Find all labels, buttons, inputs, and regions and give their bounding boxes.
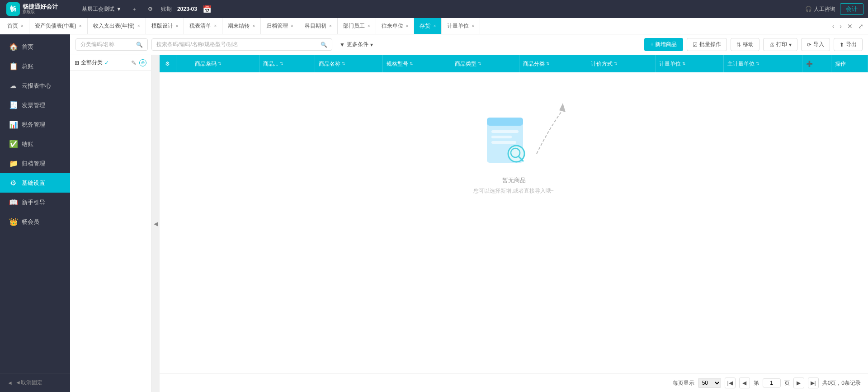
table-header-12: 操作 — [831, 55, 868, 72]
svg-rect-4 — [491, 136, 512, 138]
per-page-select[interactable]: 2050100 — [698, 378, 721, 388]
tab-close-all-button[interactable]: ✕ — [844, 23, 855, 30]
print-button[interactable]: 🖨 打印 ▾ — [763, 38, 797, 51]
ledger-icon: 📋 — [9, 62, 17, 71]
table-header-10[interactable]: 主计量单位⇅ — [723, 55, 802, 72]
table-header-0: ⚙ — [160, 55, 176, 72]
import-button[interactable]: ⟳ 导入 — [801, 38, 830, 51]
sidebar-item-ledger[interactable]: 📋总账 — [0, 57, 70, 76]
category-edit-icon[interactable]: ✎ — [131, 59, 137, 66]
tab-item----------[interactable]: 收入支出表(年报)× — [88, 18, 146, 34]
next-page-button[interactable]: ▶ — [793, 378, 804, 388]
pagination-bar: 每页显示 2050100 |◀ ◀ 第 页 ▶ ▶| 共0页，0条记录 — [160, 373, 868, 392]
data-table: ⚙商品条码⇅商品...⇅商品名称⇅规格型号⇅商品类型⇅商品分类⇅计价方式⇅计量单… — [160, 55, 868, 72]
sidebar-item-reports[interactable]: ☁云报表中心 — [0, 76, 70, 95]
category-header: ⊞ 全部分类 ✓ ✎ ⊕ — [70, 55, 151, 71]
tab-expand-button[interactable]: ⤢ — [855, 23, 866, 30]
account-button[interactable]: 会计 — [840, 3, 863, 15]
category-actions: ✎ ⊕ — [131, 59, 146, 66]
sidebar-item-settings[interactable]: ⚙基础设置 — [0, 173, 70, 193]
table-header-3[interactable]: 商品...⇅ — [259, 55, 315, 72]
cancel-pin-label: ◄取消固定 — [15, 379, 42, 387]
sidebar-label-reports: 云报表中心 — [22, 82, 51, 90]
tab-close-icon[interactable]: × — [406, 24, 409, 28]
calendar-icon[interactable]: 📅 — [203, 5, 212, 14]
cancel-pin-button[interactable]: ◄ ◄取消固定 — [0, 373, 70, 392]
prev-page-button[interactable]: ◀ — [739, 378, 750, 388]
tab-next-button[interactable]: › — [837, 23, 844, 30]
tab-item-----[interactable]: 期末结转× — [222, 18, 261, 34]
human-service-button[interactable]: 🎧 人工咨询 — [805, 5, 835, 13]
all-category-button[interactable]: ⊞ 全部分类 ✓ — [75, 59, 109, 66]
home-icon: 🏠 — [9, 43, 17, 51]
sidebar-item-home[interactable]: 🏠首页 — [0, 37, 70, 57]
tab-close-icon[interactable]: × — [433, 24, 436, 28]
search-icon: 🔍 — [136, 42, 143, 48]
settle-icon: ✅ — [9, 140, 17, 148]
tab-bar: 首页×资产负债表(中期)×收入支出表(年报)×模版设计×税表清单×期末结转×归档… — [0, 18, 868, 34]
sidebar-item-archive[interactable]: 📁归档管理 — [0, 154, 70, 173]
tab-close-icon[interactable]: × — [214, 24, 217, 28]
tab-item---[interactable]: 首页× — [2, 18, 29, 34]
table-header-2[interactable]: 商品条码⇅ — [191, 55, 259, 72]
table-header-6[interactable]: 商品类型⇅ — [451, 55, 519, 72]
page-end-label: 页 — [784, 379, 790, 387]
add-tab-button[interactable]: ＋ — [129, 5, 140, 14]
tab-close-icon[interactable]: × — [176, 24, 179, 28]
tab-close-icon[interactable]: × — [79, 24, 82, 28]
table-header-9[interactable]: 计量单位⇅ — [656, 55, 724, 72]
tab-close-icon[interactable]: × — [252, 24, 255, 28]
batch-op-button[interactable]: ☑ 批量操作 — [687, 38, 727, 51]
print-dropdown-icon: ▾ — [789, 42, 792, 48]
tab-item-----[interactable]: 税表清单× — [184, 18, 222, 34]
tab-close-icon[interactable]: × — [368, 24, 370, 28]
page-input[interactable] — [763, 378, 781, 387]
search-bar: 分类编码/名称 🔍 搜索条码/编码/名称/规格型号/别名 🔍 ▼ 更多条件 ▾ … — [70, 34, 868, 55]
move-button[interactable]: ⇅ 移动 — [731, 38, 760, 51]
sort-icon-10: ⇅ — [756, 61, 760, 66]
tab-item----------[interactable]: 资产负债表(中期)× — [29, 18, 88, 34]
tab-item-----[interactable]: 往来单位× — [376, 18, 415, 34]
table-header-7[interactable]: 商品分类⇅ — [519, 55, 587, 72]
collapse-panel-button[interactable]: ◀ — [151, 55, 160, 392]
tab-close-icon[interactable]: × — [137, 24, 140, 28]
category-settings-icon[interactable]: ⊕ — [139, 59, 146, 66]
tab-item-----[interactable]: 模版设计× — [146, 18, 184, 34]
main-search-box[interactable]: 搜索条码/编码/名称/规格型号/别名 🔍 — [151, 38, 332, 51]
sidebar-item-tax[interactable]: 📊税务管理 — [0, 115, 70, 134]
category-search-box[interactable]: 分类编码/名称 🔍 — [75, 38, 148, 51]
sort-icon-9: ⇅ — [682, 61, 686, 66]
export-button[interactable]: ⬆ 导出 — [834, 38, 863, 51]
tab-close-icon[interactable]: × — [329, 24, 332, 28]
sidebar-item-member[interactable]: 👑畅会员 — [0, 212, 70, 231]
tab-item-----[interactable]: 部门员工× — [338, 18, 376, 34]
tab-item-----[interactable]: 归档管理× — [261, 18, 299, 34]
tab-prev-button[interactable]: ‹ — [830, 23, 837, 30]
add-product-button[interactable]: + 新增商品 — [644, 38, 683, 51]
table-header-4[interactable]: 商品名称⇅ — [315, 55, 383, 72]
headset-icon: 🎧 — [805, 6, 812, 12]
table-header-8[interactable]: 计价方式⇅ — [587, 55, 656, 72]
settings-button[interactable]: ⚙ — [145, 5, 156, 13]
sort-icon-2: ⇅ — [218, 61, 222, 66]
table-header-5[interactable]: 规格型号⇅ — [383, 55, 451, 72]
last-page-button[interactable]: ▶| — [808, 378, 819, 388]
first-page-button[interactable]: |◀ — [725, 378, 736, 388]
tab-close-icon[interactable]: × — [21, 24, 24, 28]
more-filter-button[interactable]: ▼ 更多条件 ▾ — [336, 39, 377, 50]
per-page-label: 每页显示 — [673, 379, 694, 387]
pin-icon: ◄ — [7, 380, 13, 386]
tab-close-icon[interactable]: × — [291, 24, 293, 28]
table-scroll-area[interactable]: ⚙商品条码⇅商品...⇅商品名称⇅规格型号⇅商品类型⇅商品分类⇅计价方式⇅计量单… — [160, 55, 868, 373]
sidebar-item-invoice[interactable]: 🧾发票管理 — [0, 95, 70, 115]
workspace-selector[interactable]: 基层工会测试 ▼ — [79, 5, 124, 14]
tab-item-----[interactable]: 科目期初× — [299, 18, 338, 34]
tab-item---[interactable]: 存货× — [414, 18, 442, 34]
main-search-placeholder: 搜索条码/编码/名称/规格型号/别名 — [156, 41, 238, 48]
tab-item-----[interactable]: 计量单位× — [442, 18, 480, 34]
sidebar-item-settle[interactable]: ✅结账 — [0, 134, 70, 154]
sidebar-item-guide[interactable]: 📖新手引导 — [0, 193, 70, 212]
search-category-placeholder: 分类编码/名称 — [80, 41, 114, 48]
tab-close-icon[interactable]: × — [472, 24, 474, 28]
filter-icon: ▼ — [340, 42, 345, 48]
